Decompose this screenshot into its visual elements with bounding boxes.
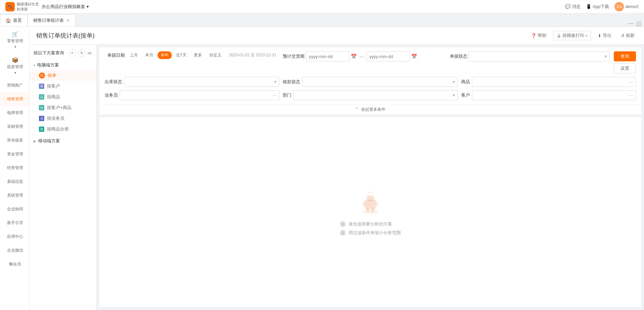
sidebar-item-system[interactable]: 系统管理 <box>0 189 29 202</box>
scheme-item-by-customer-product[interactable]: 合 按客户+商品 <box>30 102 96 113</box>
scheme-toolbar: 按以下方案查询 + ✎ ≪ <box>30 47 96 60</box>
scheme-item-by-product[interactable]: 品 按商品 <box>30 92 96 102</box>
sidebar-item-marketing[interactable]: 营销推广 <box>0 79 29 92</box>
add-scheme-button[interactable]: + <box>68 49 76 57</box>
hint-num-2: 2 <box>340 230 346 236</box>
logo-area: 🐾 畅捷通好生意 标准版 <box>5 2 39 11</box>
message-button[interactable]: 💬 消息 <box>565 4 581 10</box>
query-button[interactable]: 查询 <box>614 51 636 61</box>
scheme-group-mobile-header[interactable]: ▶ 移动端方案 <box>30 136 96 146</box>
help-button[interactable]: ❓ 帮助 <box>528 31 549 40</box>
last7-btn[interactable]: 近7天 <box>173 51 190 59</box>
sidebar-item-retail[interactable]: 🛒 零售管理 ▾ <box>0 27 29 53</box>
user-profile[interactable]: Ea demo2 <box>614 2 639 11</box>
print-dropdown-arrow-icon[interactable]: ▾ <box>586 34 587 38</box>
svg-point-0 <box>362 209 378 214</box>
avatar: Ea <box>614 2 624 11</box>
scheme-item-by-category[interactable]: 类 按商品分类 <box>30 124 96 135</box>
doc-status-label: 单据状态 <box>447 53 467 59</box>
goods-select[interactable]: ··· <box>472 77 636 87</box>
scheme-item-by-customer[interactable]: 客 按客户 <box>30 81 96 92</box>
mobile-group-arrow-icon: ▶ <box>34 139 36 143</box>
hint-num-1: 1 <box>340 221 346 227</box>
sidebar-item-ecommerce[interactable]: 电商管理 <box>0 106 29 120</box>
this-month-btn[interactable]: 本月 <box>142 51 156 59</box>
department-field: 部门 ▾ <box>283 90 458 100</box>
tab-minimize-icon[interactable]: — <box>628 20 634 27</box>
sidebar-item-inventory[interactable]: 库存核算 <box>0 134 29 147</box>
username-label: demo2 <box>625 4 639 9</box>
sidebar-item-wechat[interactable]: 企业微信 <box>0 244 29 257</box>
ship-status-dropdown-icon: ▾ <box>274 80 276 84</box>
doc-status-dropdown-icon: ▾ <box>605 54 607 59</box>
tab-sales-order-stats[interactable]: 销售订单统计表 ✕ <box>28 14 75 27</box>
expected-date-to[interactable] <box>366 51 410 61</box>
scheme-by-salesperson-icon: 员 <box>39 116 44 121</box>
ship-status-field: 出库状态 ▾ <box>105 77 279 87</box>
scheme-by-customer-icon: 客 <box>39 84 44 89</box>
empty-hint-2: 2 用过滤条件来缩小分析范围 <box>340 230 401 236</box>
svg-rect-10 <box>367 208 369 212</box>
scheme-item-by-salesperson[interactable]: 员 按业务员 <box>30 113 96 124</box>
sidebar-item-wholesale[interactable]: 📦 批发管理 ▾ <box>0 53 29 79</box>
tab-home[interactable]: 🏠 首页 <box>0 14 28 27</box>
last-month-btn[interactable]: 上月 <box>127 51 141 59</box>
sidebar-item-appstore[interactable]: 应用中心 <box>0 230 29 244</box>
edit-scheme-button[interactable]: ✎ <box>78 49 85 57</box>
sidebar-item-finance[interactable]: 资金管理 <box>0 147 29 161</box>
ship-status-select[interactable]: ▾ <box>124 77 279 87</box>
collapse-scheme-button[interactable]: ≪ <box>87 50 92 56</box>
sidebar-item-newbie[interactable]: 新手引导 <box>0 216 29 230</box>
salesperson-field: 业务员 ··· <box>105 90 279 100</box>
settings-button[interactable]: 设置 <box>614 63 636 73</box>
dropdown-arrow-icon[interactable]: ▾ <box>87 4 89 9</box>
tab-maximize-icon[interactable]: ⬜ <box>636 21 641 26</box>
scheme-by-category-icon: 类 <box>39 126 44 132</box>
department-select[interactable]: ▾ <box>293 90 458 100</box>
export-button[interactable]: ⬇ 导出 <box>595 31 614 40</box>
app-download-button[interactable]: 📱 App下载 <box>586 4 609 10</box>
scheme-group-pc: ▾ 电脑端方案 按 按单 客 按客户 品 按商品 <box>30 60 96 135</box>
customer-field: 客户 ··· <box>461 90 636 100</box>
svg-rect-7 <box>369 200 372 201</box>
department-dropdown-icon: ▾ <box>453 93 455 98</box>
payment-status-select[interactable]: ▾ <box>302 77 458 87</box>
sidebar-item-purchase[interactable]: 采购管理 <box>0 120 29 134</box>
sidebar-item-operations[interactable]: 经营管理 <box>0 161 29 175</box>
print-button[interactable]: 🖨 按模板打印 ▾ <box>553 31 591 40</box>
salesperson-ellipsis-icon[interactable]: ··· <box>273 93 277 98</box>
filter-panel: 单据日期 上月 本月 本年 近7天 更多 自定义 2023-01-01 至 20… <box>99 47 641 104</box>
more-btn[interactable]: 更多 <box>191 51 205 59</box>
svg-point-6 <box>372 197 373 198</box>
page-actions: ❓ 帮助 🖨 按模板打印 ▾ ⬇ 导出 ↺ 刷新 <box>528 31 637 44</box>
sidebar-item-sales[interactable]: 销售管理 <box>0 92 29 106</box>
pc-group-arrow-icon: ▾ <box>34 63 35 67</box>
expected-date-label: 预计交货期 <box>280 53 305 59</box>
customer-input[interactable]: ··· <box>472 90 636 100</box>
goods-field: 商品 ··· <box>461 77 636 87</box>
customer-ellipsis-icon[interactable]: ··· <box>629 93 633 98</box>
collapse-more-conditions-button[interactable]: ⌃ 收起更多条件 <box>99 104 641 114</box>
tab-close-icon[interactable]: ✕ <box>66 18 70 23</box>
doc-status-select[interactable]: ▾ <box>469 51 610 61</box>
date-label: 单据日期 <box>105 52 125 58</box>
this-year-btn[interactable]: 本年 <box>158 51 172 59</box>
refresh-button[interactable]: ↺ 刷新 <box>618 31 637 40</box>
empty-illustration <box>357 189 384 216</box>
scheme-item-by-order[interactable]: 按 按单 <box>30 70 96 81</box>
expected-date-from[interactable] <box>306 51 350 61</box>
svg-rect-9 <box>376 202 378 206</box>
retail-icon: 🛒 <box>12 31 18 37</box>
sidebar-item-member[interactable]: 畅会员 <box>0 257 29 271</box>
calendar-to-icon[interactable]: 📅 <box>411 54 417 59</box>
scheme-group-pc-header[interactable]: ▾ 电脑端方案 <box>30 60 96 70</box>
empty-hints: 1 请先选择要分析的方案 2 用过滤条件来缩小分析范围 <box>340 221 401 236</box>
calendar-from-icon[interactable]: 📅 <box>351 54 357 59</box>
custom-btn[interactable]: 自定义 <box>206 51 224 59</box>
sidebar-item-enterprise[interactable]: 企业协同 <box>0 202 29 216</box>
sidebar-item-basic[interactable]: 基础信息 <box>0 175 29 189</box>
topbar-title[interactable]: 办公用品行业模拟账套 ▾ <box>42 4 89 10</box>
wholesale-icon: 📦 <box>12 57 18 63</box>
salesperson-input[interactable]: ··· <box>120 90 279 100</box>
goods-ellipsis-icon[interactable]: ··· <box>629 79 633 85</box>
